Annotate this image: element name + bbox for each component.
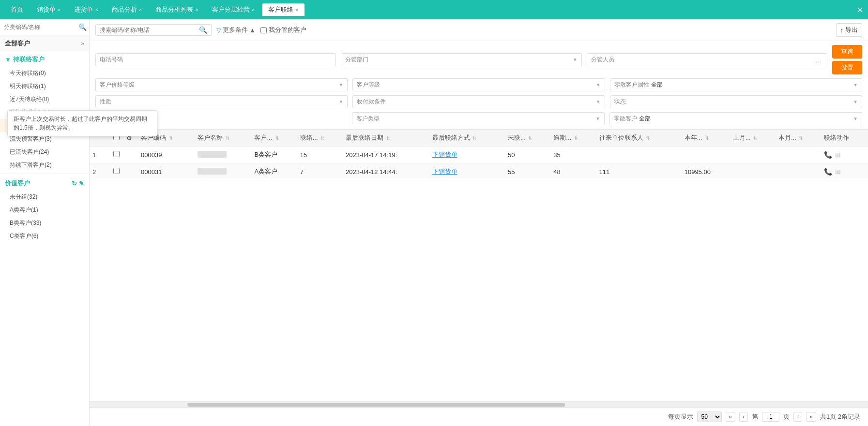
close-sales-tab[interactable]: × xyxy=(58,7,61,13)
sort-this-year[interactable]: ⇅ xyxy=(705,135,709,141)
query-btn[interactable]: 查询 xyxy=(832,45,862,59)
sort-this-month[interactable]: ⇅ xyxy=(799,135,803,141)
close-analysis-tab[interactable]: × xyxy=(139,7,142,13)
sidebar-item-declining[interactable]: 持续下滑客户(2) xyxy=(0,159,89,172)
sidebar-item-7days[interactable]: 近7天待联络(0) xyxy=(0,93,89,106)
row-checkbox-2[interactable] xyxy=(113,168,120,174)
filter-phone[interactable]: 电话号码 xyxy=(95,53,336,66)
sidebar-item-ungrouped[interactable]: 未分组(32) xyxy=(0,191,89,204)
per-page-select[interactable]: 50 100 200 xyxy=(697,411,722,422)
filter-customer-type[interactable]: 客户类型 ▼ xyxy=(352,112,605,125)
phone-icon-2[interactable]: 📞 xyxy=(824,168,832,176)
sidebar-item-class-c[interactable]: C类客户(6) xyxy=(0,230,89,243)
scroll-thumb[interactable] xyxy=(187,403,565,407)
col-unread: 未联... ⇅ xyxy=(505,130,550,147)
setting-btn[interactable]: 设置 xyxy=(832,61,862,74)
caret-retail-customer: ▼ xyxy=(853,116,858,121)
cell-check-1[interactable] xyxy=(109,147,123,163)
sidebar-collapse-btn[interactable]: » xyxy=(81,40,84,47)
nav-tab-customer-contact[interactable]: 客户联络 × xyxy=(262,3,304,16)
more-dots-manager[interactable]: ... xyxy=(813,56,823,64)
search-input-wrap[interactable]: 🔍 xyxy=(95,24,212,36)
caret-payment: ▼ xyxy=(596,99,601,104)
grid-icon-2[interactable]: ⊞ xyxy=(835,168,841,176)
next-page-btn[interactable]: › xyxy=(793,412,802,422)
sort-unread[interactable]: ⇅ xyxy=(528,135,532,141)
close-customer-contact-tab[interactable]: × xyxy=(295,7,298,13)
filter-status[interactable]: 状态 ▼ xyxy=(610,95,862,108)
more-conditions-btn[interactable]: ▽ 更多条件 ▲ xyxy=(216,26,256,34)
my-customer-check[interactable] xyxy=(260,27,267,33)
filter-buttons: 查询 设置 xyxy=(832,45,862,74)
row-checkbox-1[interactable] xyxy=(113,151,120,157)
filter-dept[interactable]: 分管部门 ▼ xyxy=(341,53,581,66)
cell-contact-1: 15 xyxy=(297,147,343,163)
nav-tab-customer-tier[interactable]: 客户分层经营 × xyxy=(206,3,260,16)
filter-payment[interactable]: 收付款条件 ▼ xyxy=(352,95,605,108)
caret-nature: ▼ xyxy=(338,99,343,104)
filter-manager[interactable]: 分管人员 ... xyxy=(587,53,827,66)
nav-tab-analysis-list[interactable]: 商品分析列表 × xyxy=(150,3,204,16)
export-btn[interactable]: ↑ 导出 xyxy=(836,23,863,37)
sidebar-section-pending[interactable]: ▼ 待联络客户 xyxy=(0,52,89,67)
edit-icon[interactable]: ✎ xyxy=(79,180,84,187)
cell-check-2[interactable] xyxy=(109,163,123,180)
search-bar: 🔍 ▽ 更多条件 ▲ 我分管的客户 ↑ 导出 xyxy=(90,19,868,41)
search-input[interactable] xyxy=(100,27,197,33)
close-all-btn[interactable]: ✕ xyxy=(857,5,863,15)
col-this-year: 本年... ⇅ xyxy=(682,130,730,147)
cell-last-method-1[interactable]: 下销货单 xyxy=(429,147,505,163)
sidebar-search-input[interactable] xyxy=(4,24,76,30)
cell-action-2: 📞 ⊞ xyxy=(821,163,868,180)
table-header: ⚙ 客户编码 ⇅ 客户名称 ⇅ 客户... ⇅ xyxy=(90,130,868,147)
sort-last-month[interactable]: ⇅ xyxy=(753,135,757,141)
sidebar-search-icon[interactable]: 🔍 xyxy=(78,23,87,31)
page-input[interactable] xyxy=(762,412,779,422)
sidebar-item-churned[interactable]: 已流失客户(24) xyxy=(0,146,89,159)
nav-tab-analysis[interactable]: 商品分析 × xyxy=(106,3,148,16)
filter-row-2: 客户价格等级 ▼ 客户等级 ▼ 零散客户属性 全部 ▼ xyxy=(95,78,862,91)
my-customer-checkbox[interactable]: 我分管的客户 xyxy=(260,26,306,34)
sort-companion[interactable]: ⇅ xyxy=(646,135,650,141)
refresh-icon[interactable]: ↻ xyxy=(72,180,77,187)
table-area: ⚙ 客户编码 ⇅ 客户名称 ⇅ 客户... ⇅ xyxy=(90,130,868,401)
col-name: 客户名称 ⇅ xyxy=(195,130,251,147)
sidebar-section-value-customers[interactable]: 价值客户 ↻ ✎ xyxy=(0,176,89,191)
col-action: 联络动作 xyxy=(821,130,868,147)
filter-price-level[interactable]: 客户价格等级 ▼ xyxy=(95,78,348,91)
sort-last-method[interactable]: ⇅ xyxy=(472,135,476,141)
grid-icon-1[interactable]: ⊞ xyxy=(835,151,841,159)
close-purchase-tab[interactable]: × xyxy=(95,7,98,13)
nav-tab-sales[interactable]: 销货单 × xyxy=(31,3,66,16)
filter-customer-level[interactable]: 客户等级 ▼ xyxy=(352,78,605,91)
phone-icon-1[interactable]: 📞 xyxy=(824,151,832,159)
cell-last-method-2[interactable]: 下销货单 xyxy=(429,163,505,180)
filter-nature[interactable]: 性质 ▼ xyxy=(95,95,348,108)
col-companion: 往来单位联系人 ⇅ xyxy=(596,130,682,147)
nav-tab-home[interactable]: 首页 xyxy=(5,3,29,16)
nav-tab-purchase[interactable]: 进货单 × xyxy=(68,3,104,16)
sidebar-item-today[interactable]: 今天待联络(0) xyxy=(0,67,89,80)
sort-code[interactable]: ⇅ xyxy=(169,135,173,141)
first-page-btn[interactable]: « xyxy=(726,412,736,422)
sort-overdue[interactable]: ⇅ xyxy=(574,135,578,141)
sidebar-item-class-b[interactable]: B类客户(33) xyxy=(0,217,89,230)
sidebar-item-class-a[interactable]: A类客户(1) xyxy=(0,204,89,217)
filter-retail-customer[interactable]: 零散客户 全部 ▼ xyxy=(609,112,862,125)
sort-name[interactable]: ⇅ xyxy=(226,135,229,141)
close-customer-tier-tab[interactable]: × xyxy=(252,7,255,13)
sidebar-item-tomorrow[interactable]: 明天待联络(1) xyxy=(0,80,89,93)
sort-contact[interactable]: ⇅ xyxy=(320,135,324,141)
per-page-label: 每页显示 xyxy=(668,412,693,421)
search-icon[interactable]: 🔍 xyxy=(199,26,207,34)
col-contact: 联络... ⇅ xyxy=(297,130,343,147)
sort-level[interactable]: ⇅ xyxy=(275,135,279,141)
cell-overdue-1: 35 xyxy=(550,147,596,163)
horizontal-scrollbar[interactable] xyxy=(90,401,868,407)
last-page-btn[interactable]: » xyxy=(806,412,816,422)
close-analysis-list-tab[interactable]: × xyxy=(195,7,198,13)
prev-page-btn[interactable]: ‹ xyxy=(739,412,748,422)
sidebar-all-customers-header[interactable]: 全部客户 » xyxy=(0,35,89,52)
filter-retail-attr[interactable]: 零散客户属性 全部 ▼ xyxy=(610,78,862,91)
sort-last-date[interactable]: ⇅ xyxy=(386,135,390,141)
